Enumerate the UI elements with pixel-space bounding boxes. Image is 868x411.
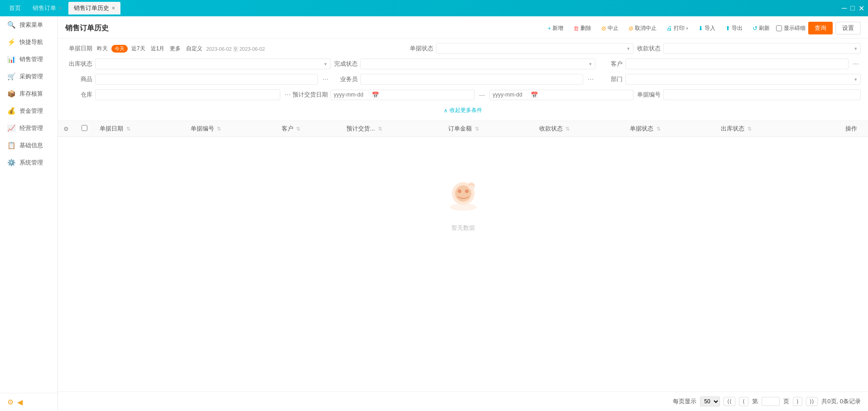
payment-status-label: 收款状态 (633, 44, 661, 53)
th-checkbox (76, 121, 94, 137)
setting-button[interactable]: 设置 (835, 22, 861, 34)
sidebar-item-search[interactable]: 🔍 搜索菜单 (0, 16, 58, 34)
sidebar-item-sales[interactable]: 📊 销售管理 (0, 51, 58, 68)
outbound-label: 出库状态 (65, 60, 92, 68)
empty-text: 暂无数据 (451, 224, 475, 232)
th-outbound[interactable]: 出库状态 ⇅ (715, 121, 806, 137)
sidebar-item-basic[interactable]: 📋 基础信息 (0, 137, 58, 154)
top-bar: 首页 销售订单 × 销售订单历史 × ─ □ ✕ (0, 0, 868, 16)
yesterday-btn[interactable]: 昨天 (95, 44, 110, 53)
more-conditions-toggle[interactable]: ∧ 收起更多条件 (65, 105, 861, 116)
tab-sales-order[interactable]: 销售订单 × (27, 2, 67, 15)
calendar-end-icon[interactable]: 📅 (531, 92, 538, 98)
warehouse-more-icon[interactable]: ··· (283, 91, 293, 98)
cancel-stop-button[interactable]: ⊘ 取消中止 (625, 23, 660, 34)
th-customer[interactable]: 客户 ⇅ (276, 121, 341, 137)
department-select-wrapper (625, 74, 861, 85)
delivery-date-end-input[interactable] (493, 92, 529, 98)
sidebar-item-operations[interactable]: 📈 经营管理 (0, 120, 58, 137)
table-settings-icon[interactable]: ⚙ (63, 126, 69, 132)
bill-number-input[interactable] (663, 89, 861, 100)
export-button[interactable]: ⬆ 导出 (722, 23, 746, 34)
tab-list: 首页 销售订单 × 销售订单历史 × (4, 2, 842, 15)
goods-more-icon[interactable]: ··· (321, 76, 330, 83)
th-bill-number-label: 单据编号 (191, 125, 214, 132)
delete-button[interactable]: 🗑 删除 (570, 23, 595, 34)
sidebar-item-system[interactable]: ⚙️ 系统管理 (0, 154, 58, 171)
th-bill-status[interactable]: 单据状态 ⇅ (624, 121, 715, 137)
sidebar-item-inventory[interactable]: 📦 库存核算 (0, 85, 58, 102)
per-page-select[interactable]: 50 (700, 396, 720, 406)
first-page-button[interactable]: ⟨⟨ (724, 397, 735, 406)
import-label: 导入 (705, 24, 715, 32)
sort-bill-number-icon: ⇅ (217, 126, 221, 131)
sidebar-item-operations-label: 经营管理 (19, 124, 43, 132)
prev-page-button[interactable]: ⟨ (739, 397, 748, 406)
7days-btn[interactable]: 近7天 (129, 44, 147, 53)
custom-date-btn[interactable]: 自定义 (184, 44, 204, 53)
salesperson-more-icon[interactable]: ··· (586, 76, 595, 83)
th-payment-status[interactable]: 收款状态 ⇅ (534, 121, 625, 137)
next-page-button[interactable]: ⟩ (793, 397, 802, 406)
query-button[interactable]: 查询 (808, 22, 833, 34)
sort-bill-status-icon: ⇅ (657, 126, 661, 131)
display-columns-toggle[interactable]: 显示碍细 (776, 24, 806, 32)
page-number-input[interactable]: 1 (762, 397, 780, 406)
bill-status-select-wrapper (436, 43, 633, 54)
sidebar-item-purchase-label: 采购管理 (19, 73, 43, 81)
sidebar-item-quicknav-label: 快捷导航 (19, 38, 43, 46)
sidebar-item-quicknav[interactable]: ⚡ 快捷导航 (0, 34, 58, 51)
customer-input[interactable] (625, 58, 848, 69)
select-all-checkbox[interactable] (82, 125, 87, 131)
tab-sales-history[interactable]: 销售订单历史 × (68, 2, 120, 15)
department-item: 部门 (595, 74, 861, 85)
import-button[interactable]: ⬇ 导入 (695, 23, 719, 34)
export-label: 导出 (732, 24, 743, 32)
sidebar-item-purchase[interactable]: 🛒 采购管理 (0, 68, 58, 85)
sidebar-item-finance[interactable]: 💰 资金管理 (0, 102, 58, 120)
window-minimize-button[interactable]: ─ (842, 4, 847, 12)
window-maximize-button[interactable]: □ (850, 4, 855, 12)
outbound-select-wrapper (95, 58, 331, 69)
stop-button[interactable]: ⊘ 中止 (598, 23, 622, 34)
last-page-button[interactable]: ⟩⟩ (806, 397, 818, 406)
department-select[interactable] (625, 74, 861, 85)
payment-status-select[interactable] (663, 43, 861, 54)
salesperson-input[interactable] (360, 74, 583, 85)
warehouse-input[interactable] (95, 89, 280, 100)
bill-status-select[interactable] (436, 43, 633, 54)
sidebar-settings-icon[interactable]: ⚙ (7, 398, 14, 406)
th-bill-date[interactable]: 单据日期 ⇅ (94, 121, 185, 137)
more-date-btn[interactable]: 更多 (168, 44, 182, 53)
th-delivery[interactable]: 预计交货... ⇅ (341, 121, 443, 137)
customer-more-icon[interactable]: ··· (851, 60, 861, 68)
page-header: 销售订单历史 + 新增 🗑 删除 ⊘ 中止 ⊘ 取消中止 (58, 16, 868, 39)
complete-label: 完成状态 (331, 60, 358, 68)
search-menu-icon: 🔍 (7, 21, 16, 29)
complete-select[interactable] (360, 58, 596, 69)
tab-sales-history-close[interactable]: × (112, 5, 115, 11)
add-button[interactable]: + 新增 (544, 23, 567, 34)
filter-row-4: 仓库 ··· 预计交货日期 📅 — 📅 (65, 89, 861, 100)
delivery-date-start-input[interactable] (334, 92, 370, 98)
customer-item: 客户 ··· (595, 58, 861, 69)
th-bill-number[interactable]: 单据编号 ⇅ (185, 121, 276, 137)
window-close-button[interactable]: ✕ (858, 4, 864, 13)
refresh-button[interactable]: ↺ 刷新 (749, 23, 773, 34)
display-columns-checkbox[interactable] (776, 25, 782, 31)
print-button[interactable]: 🖨 打印 ▾ (663, 23, 692, 34)
1month-btn[interactable]: 近1月 (149, 44, 167, 53)
chevron-up-icon: ∧ (444, 107, 448, 114)
goods-input[interactable] (95, 74, 318, 85)
sidebar-collapse-icon[interactable]: ◀ (17, 398, 23, 406)
tab-home[interactable]: 首页 (4, 2, 26, 15)
add-label: 新增 (552, 24, 563, 32)
toolbar: + 新增 🗑 删除 ⊘ 中止 ⊘ 取消中止 🖨 打印 (544, 22, 861, 34)
th-amount[interactable]: 订单金额 ⇅ (443, 121, 534, 137)
tab-sales-order-close[interactable]: × (59, 5, 62, 11)
bill-number-item: 单据编号 (633, 89, 861, 100)
outbound-select[interactable] (95, 58, 331, 69)
today-badge[interactable]: 今天 (111, 45, 128, 53)
purchase-icon: 🛒 (7, 73, 16, 81)
calendar-start-icon[interactable]: 📅 (372, 92, 379, 98)
